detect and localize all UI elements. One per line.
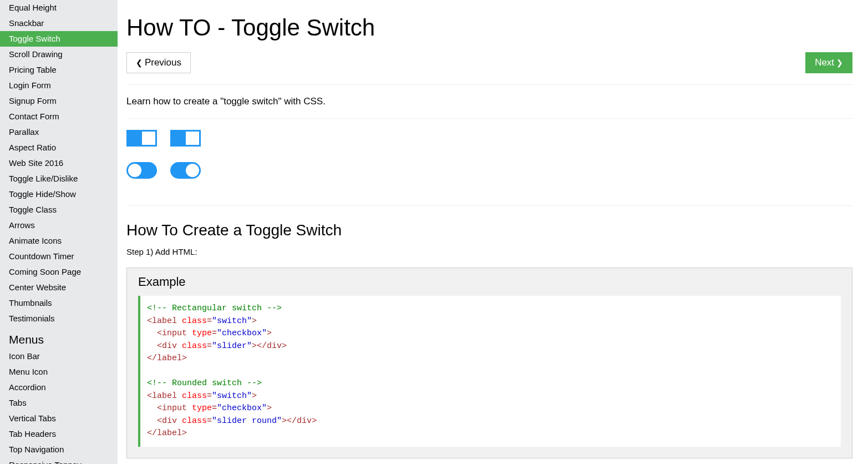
previous-button[interactable]: ❮ Previous — [126, 52, 191, 73]
sidebar-item[interactable]: Login Form — [0, 78, 118, 93]
switch-knob — [128, 164, 141, 177]
example-box: Example <!-- Rectangular switch --> <lab… — [126, 268, 852, 458]
sidebar-item[interactable]: Vertical Tabs — [0, 411, 118, 426]
sidebar-item[interactable]: Responsive Topnav — [0, 457, 118, 464]
sidebar-item[interactable]: Animate Icons — [0, 233, 118, 249]
sidebar-item[interactable]: Menu Icon — [0, 364, 118, 380]
step-text: Step 1) Add HTML: — [126, 247, 852, 256]
sidebar-item[interactable]: Signup Form — [0, 93, 118, 109]
code-block: <!-- Rectangular switch --> <label class… — [138, 296, 841, 447]
chevron-left-icon: ❮ — [136, 58, 145, 67]
sidebar-item[interactable]: Accordion — [0, 380, 118, 395]
sidebar-item[interactable]: Parallax — [0, 124, 118, 140]
sidebar-item[interactable]: Arrows — [0, 218, 118, 233]
sidebar-list: Icon BarMenu IconAccordionTabsVertical T… — [0, 349, 118, 464]
switch-knob — [186, 164, 199, 177]
sidebar-item[interactable]: Thumbnails — [0, 295, 118, 311]
switch-knob — [142, 132, 155, 145]
sidebar-item[interactable]: Toggle Class — [0, 202, 118, 218]
sidebar-item[interactable]: Tab Headers — [0, 426, 118, 442]
switch-demo-row — [126, 130, 852, 162]
sidebar-item[interactable]: Contact Form — [0, 109, 118, 124]
toggle-switch-round[interactable] — [126, 162, 157, 179]
page-title: How TO - Toggle Switch — [126, 14, 852, 41]
next-button[interactable]: Next ❯ — [805, 52, 852, 73]
example-heading: Example — [138, 275, 841, 289]
sidebar[interactable]: Equal HeightSnackbar Toggle Switch Scrol… — [0, 0, 118, 464]
section-heading: How To Create a Toggle Switch — [126, 221, 852, 239]
sidebar-item[interactable]: Tabs — [0, 395, 118, 411]
toggle-switch-square[interactable] — [170, 130, 201, 147]
sidebar-item[interactable]: Toggle Hide/Show — [0, 186, 118, 202]
sidebar-item[interactable]: Equal Height — [0, 0, 118, 16]
sidebar-item[interactable]: Icon Bar — [0, 349, 118, 364]
divider — [126, 84, 852, 85]
sidebar-item[interactable]: Aspect Ratio — [0, 140, 118, 155]
sidebar-item[interactable]: Web Site 2016 — [0, 155, 118, 171]
divider — [126, 205, 852, 206]
sidebar-item[interactable]: Center Website — [0, 280, 118, 295]
switch-knob — [186, 132, 199, 145]
sidebar-item[interactable]: Top Navigation — [0, 442, 118, 457]
toggle-switch-square[interactable] — [126, 130, 157, 147]
sidebar-list: Scroll DrawingPricing TableLogin FormSig… — [0, 47, 118, 326]
sidebar-section-heading: Menus — [0, 326, 118, 349]
toggle-switch-round[interactable] — [170, 162, 201, 179]
sidebar-item-active[interactable]: Toggle Switch — [0, 31, 118, 47]
main-content: How TO - Toggle Switch ❮ Previous Next ❯… — [118, 0, 868, 464]
sidebar-item[interactable]: Toggle Like/Dislike — [0, 171, 118, 186]
sidebar-item[interactable]: Countdown Timer — [0, 249, 118, 264]
nav-buttons: ❮ Previous Next ❯ — [126, 52, 852, 73]
previous-label: Previous — [145, 57, 181, 68]
sidebar-item[interactable]: Pricing Table — [0, 62, 118, 78]
sidebar-item[interactable]: Coming Soon Page — [0, 264, 118, 280]
divider — [126, 118, 852, 119]
sidebar-list: Equal HeightSnackbar — [0, 0, 118, 31]
chevron-right-icon: ❯ — [834, 58, 843, 67]
switch-demo-row — [126, 162, 852, 194]
sidebar-item[interactable]: Snackbar — [0, 16, 118, 31]
intro-text: Learn how to create a "toggle switch" wi… — [126, 96, 852, 107]
next-label: Next — [815, 57, 834, 68]
sidebar-item[interactable]: Testimonials — [0, 311, 118, 326]
sidebar-item[interactable]: Scroll Drawing — [0, 47, 118, 62]
